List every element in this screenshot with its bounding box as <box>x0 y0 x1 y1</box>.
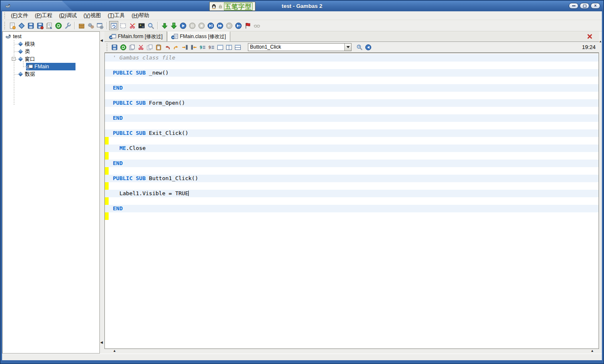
screenshot-button[interactable] <box>137 21 146 30</box>
maximize-button[interactable] <box>580 3 589 9</box>
save-project-button[interactable] <box>26 21 35 30</box>
cut-form-button[interactable] <box>128 21 137 30</box>
expand-bottom-right-icon[interactable]: ▲ <box>591 349 594 353</box>
code-line-18[interactable] <box>105 182 599 190</box>
folder-diamond-icon <box>18 41 23 47</box>
code-editor[interactable]: ' Gambas class filePUBLIC SUB _new()ENDP… <box>104 53 599 349</box>
watch-button <box>252 21 261 30</box>
comment-button[interactable]: 9 <box>198 43 207 52</box>
open-project-button[interactable] <box>17 21 26 30</box>
code-line-3[interactable]: PUBLIC SUB _new() <box>105 69 599 77</box>
combo-dropdown-button[interactable] <box>344 44 351 51</box>
menu-item-d[interactable]: (D)调试 <box>56 12 80 20</box>
save-button[interactable] <box>110 43 119 52</box>
expand-right-icon[interactable]: ▲ <box>599 40 602 43</box>
redo-button[interactable] <box>172 43 180 52</box>
menu-item-v[interactable]: (V)视图 <box>80 12 104 20</box>
menu-item-t[interactable]: (T)工具 <box>104 12 128 20</box>
make-executable-button[interactable] <box>77 21 86 30</box>
components-button[interactable] <box>86 21 95 30</box>
uncomment-button[interactable]: 9 <box>207 43 216 52</box>
preferences-icon <box>96 22 104 29</box>
right-panel-strip[interactable]: ▲ <box>599 31 602 354</box>
view-split-vertical-button[interactable] <box>224 43 233 52</box>
tab-class[interactable]: FMain.class [修改过] <box>167 31 230 41</box>
procedure-combobox[interactable]: Button1_Click <box>248 43 351 51</box>
tree-item-fmain[interactable]: FMain <box>3 63 99 70</box>
input-method-indicator[interactable]: 五笔字型 <box>209 2 255 11</box>
goto-back-button[interactable] <box>364 43 372 52</box>
menu-item-p[interactable]: (P)工程 <box>31 12 56 20</box>
code-line-4[interactable] <box>105 77 599 84</box>
step-into-button[interactable] <box>206 21 215 30</box>
minimize-button[interactable] <box>569 3 578 9</box>
code-line-9[interactable]: END <box>105 114 599 122</box>
code-line-11[interactable]: PUBLIC SUB Exit_Click() <box>105 129 599 137</box>
tree-root[interactable]: test <box>3 33 99 40</box>
collapse-left-icon[interactable]: ◀ <box>100 39 103 42</box>
form-editor-button[interactable] <box>109 21 118 30</box>
tools-button[interactable] <box>63 21 72 30</box>
menu-item-f[interactable]: (F)文件 <box>8 12 31 20</box>
menu-item-h[interactable]: (H)帮助 <box>128 12 153 20</box>
find-button[interactable]: ? <box>355 43 364 52</box>
code-line-20[interactable] <box>105 197 599 205</box>
close-tab-button[interactable] <box>586 33 593 40</box>
undo-button[interactable] <box>163 43 172 52</box>
selection-button[interactable] <box>118 21 128 30</box>
tab-form[interactable]: FMain.form [修改过] <box>105 31 167 41</box>
new-project-icon <box>9 22 16 29</box>
redo-icon <box>173 44 180 51</box>
code-line-16[interactable] <box>105 167 599 175</box>
menubar-gripper[interactable] <box>4 12 6 19</box>
view-normal-button[interactable] <box>216 43 224 52</box>
run-button[interactable] <box>178 21 187 30</box>
editor-toolbar-gripper[interactable] <box>106 43 108 52</box>
breakpoint-icon <box>244 22 251 29</box>
code-line-7[interactable]: PUBLIC SUB Form_Open() <box>105 99 599 107</box>
code-line-8[interactable] <box>105 107 599 114</box>
code-line-21[interactable]: END <box>105 205 599 212</box>
titlebar[interactable]: test - Gambas 2 五笔字型 × <box>1 1 603 11</box>
select-all-button[interactable] <box>128 43 136 52</box>
cut-button[interactable] <box>136 43 145 52</box>
code-line-13[interactable]: ME.Close <box>105 145 599 152</box>
unindent-button[interactable] <box>189 43 198 52</box>
step-over-button[interactable] <box>215 21 224 30</box>
refresh-button[interactable] <box>54 21 63 30</box>
copy-button[interactable] <box>145 43 154 52</box>
toolbar-gripper[interactable] <box>4 21 6 30</box>
code-line-5[interactable]: END <box>105 84 599 92</box>
compile-class-button[interactable] <box>119 43 128 52</box>
code-line-1[interactable]: ' Gambas class file <box>105 54 599 62</box>
code-line-6[interactable] <box>105 92 599 99</box>
preferences-button[interactable] <box>95 21 104 30</box>
code-line-15[interactable]: END <box>105 160 599 167</box>
zoom-button[interactable] <box>146 21 155 30</box>
project-properties-button[interactable] <box>44 21 54 30</box>
code-keyword: END <box>113 115 122 121</box>
code-line-2[interactable] <box>105 62 599 69</box>
sidebar-splitter[interactable]: ◀ ◀ <box>100 31 104 354</box>
tree-connector <box>14 52 18 52</box>
paste-button[interactable] <box>154 43 163 52</box>
code-line-17[interactable]: PUBLIC SUB Button1_Click() <box>105 175 599 182</box>
run-until-button[interactable] <box>234 21 243 30</box>
close-button[interactable]: × <box>591 3 600 9</box>
compile-button[interactable] <box>160 21 169 30</box>
collapse-left-bottom-icon[interactable]: ◀ <box>100 341 103 344</box>
save-project-as-button[interactable] <box>35 21 44 30</box>
code-line-19[interactable]: Label1.Visible = TRUE <box>105 190 599 197</box>
code-line-14[interactable] <box>105 152 599 160</box>
breakpoint-button[interactable] <box>243 21 252 30</box>
select-all-icon <box>129 44 135 51</box>
new-project-button[interactable] <box>8 21 17 30</box>
compile-all-button[interactable] <box>169 21 178 30</box>
code-line-22[interactable] <box>105 212 599 220</box>
tree-expander-collapse[interactable]: − <box>12 57 16 61</box>
code-line-12[interactable] <box>105 137 599 145</box>
indent-button[interactable] <box>180 43 189 52</box>
code-line-10[interactable] <box>105 122 599 129</box>
expand-bottom-left-icon[interactable]: ▲ <box>113 349 116 353</box>
view-split-horizontal-button[interactable] <box>233 43 242 52</box>
